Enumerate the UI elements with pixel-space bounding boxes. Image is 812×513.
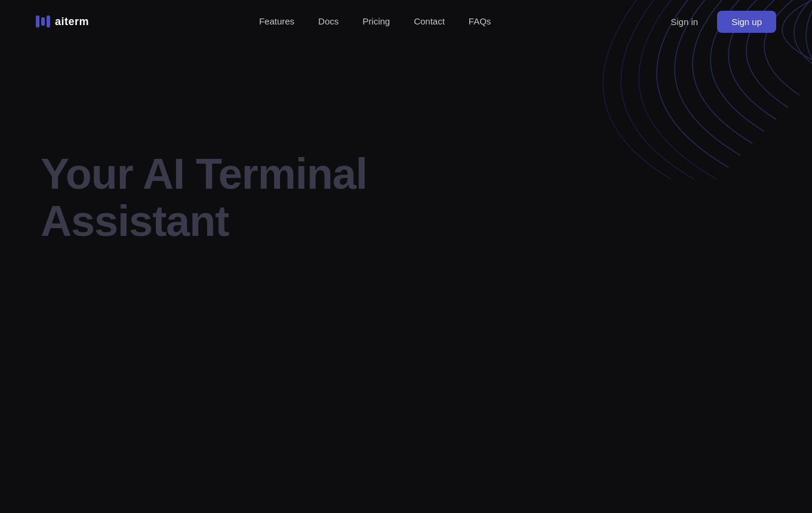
logo-bar-1 bbox=[36, 16, 39, 27]
logo-icon bbox=[36, 16, 50, 27]
nav-actions: Sign in Sign up bbox=[661, 11, 776, 33]
nav-link-contact[interactable]: Contact bbox=[414, 16, 445, 26]
signup-button[interactable]: Sign up bbox=[717, 11, 776, 33]
hero-title: Your AI Terminal Assistant bbox=[41, 150, 812, 245]
nav-link-docs[interactable]: Docs bbox=[318, 16, 339, 26]
logo-text: aiterm bbox=[55, 16, 89, 28]
nav-item-features[interactable]: Features bbox=[259, 16, 294, 27]
signin-button[interactable]: Sign in bbox=[661, 12, 708, 32]
nav-item-faqs[interactable]: FAQs bbox=[469, 16, 491, 27]
nav-link-pricing[interactable]: Pricing bbox=[362, 16, 390, 26]
nav-links: Features Docs Pricing Contact FAQs bbox=[259, 16, 491, 27]
navbar: aiterm Features Docs Pricing Contact FAQ… bbox=[0, 0, 812, 43]
hero-section: Your AI Terminal Assistant bbox=[0, 43, 812, 245]
nav-item-pricing[interactable]: Pricing bbox=[362, 16, 390, 27]
nav-item-docs[interactable]: Docs bbox=[318, 16, 339, 27]
nav-item-contact[interactable]: Contact bbox=[414, 16, 445, 27]
logo-bar-2 bbox=[41, 17, 45, 26]
logo[interactable]: aiterm bbox=[36, 16, 89, 28]
hero-title-line2: Assistant bbox=[41, 197, 229, 245]
hero-title-line1: Your AI Terminal bbox=[41, 150, 367, 198]
nav-link-faqs[interactable]: FAQs bbox=[469, 16, 491, 26]
logo-bar-3 bbox=[47, 16, 50, 27]
nav-link-features[interactable]: Features bbox=[259, 16, 294, 26]
